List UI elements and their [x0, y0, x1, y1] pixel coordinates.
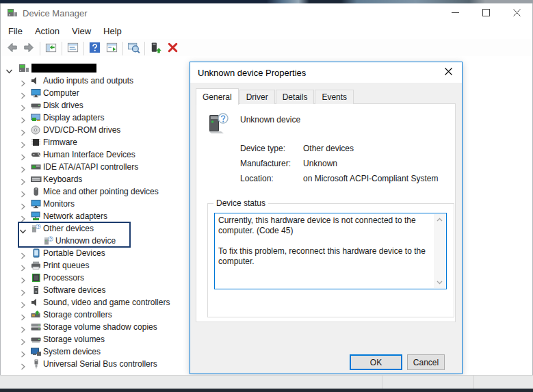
chevron-right-icon[interactable]: [20, 299, 26, 306]
tree-item-label: Sound, video and game controllers: [43, 298, 170, 307]
uninstall-device-button[interactable]: [164, 40, 181, 57]
action-pane-button[interactable]: [103, 40, 120, 57]
tree-item-label: Storage controllers: [43, 310, 112, 319]
menu-action[interactable]: Action: [29, 24, 66, 38]
tree-item-system-devices[interactable]: System devices: [1, 345, 185, 358]
tree-item-dvd-cd-rom-drives[interactable]: DVD/CD-ROM drives: [1, 124, 185, 136]
system-icon: [31, 347, 42, 356]
device-status-textbox[interactable]: Currently, this hardware device is not c…: [214, 213, 447, 289]
monitor-icon: [31, 199, 42, 209]
chevron-right-icon[interactable]: [20, 77, 26, 84]
chevron-right-icon[interactable]: [20, 127, 26, 133]
tree-item-disk-drives[interactable]: Disk drives: [1, 99, 185, 112]
field-manufacturer: Manufacturer: Unknown: [240, 159, 445, 170]
tree-item-storage-volumes[interactable]: Storage volumes: [1, 333, 185, 345]
tree-item-portable-devices[interactable]: Portable Devices: [1, 247, 185, 259]
tree-item-firmware[interactable]: Firmware: [1, 136, 185, 148]
chevron-right-icon[interactable]: [20, 176, 26, 183]
network-icon: [31, 211, 42, 221]
menu-view[interactable]: View: [66, 24, 97, 38]
chevron-right-icon[interactable]: [20, 200, 26, 207]
ide-icon: [31, 162, 42, 172]
minimize-button[interactable]: [440, 3, 471, 23]
tree-item-label: System devices: [43, 347, 101, 356]
chevron-right-icon[interactable]: [20, 324, 26, 330]
update-driver-button[interactable]: [147, 40, 164, 57]
field-value: on Microsoft ACPI-Compliant System: [303, 174, 438, 183]
tree-item-computer[interactable]: Computer: [1, 87, 185, 99]
taskbar-separator: [473, 376, 474, 389]
chevron-right-icon[interactable]: [20, 114, 26, 121]
tree-item-software-devices[interactable]: Software devices: [1, 284, 185, 296]
forward-button[interactable]: [21, 40, 38, 57]
chevron-right-icon[interactable]: [20, 250, 26, 257]
menubar: File Action View Help: [1, 23, 532, 39]
display-card-icon: [31, 113, 42, 122]
tree-item-processors[interactable]: Processors: [1, 272, 185, 284]
cancel-button[interactable]: Cancel: [407, 354, 445, 370]
tree-item-label: Mice and other pointing devices: [43, 187, 159, 196]
tree-item-print-queues[interactable]: Print queues: [1, 259, 185, 272]
chevron-right-icon[interactable]: [20, 139, 26, 146]
chevron-right-icon[interactable]: [20, 361, 26, 367]
chevron-right-icon[interactable]: [20, 348, 26, 355]
tree-item-ide-ata-atapi-controllers[interactable]: IDE ATA/ATAPI controllers: [1, 161, 185, 173]
chevron-right-icon[interactable]: [20, 102, 26, 109]
tab-general[interactable]: General: [196, 88, 239, 105]
tree-item-label: Storage volume shadow copies: [43, 322, 157, 332]
properties-button[interactable]: [64, 40, 81, 57]
chevron-right-icon[interactable]: [20, 311, 26, 318]
chevron-right-icon[interactable]: [20, 274, 26, 281]
tree-item-label: IDE ATA/ATAPI controllers: [43, 162, 138, 172]
tree-item-mice-and-other-pointing-devices[interactable]: Mice and other pointing devices: [1, 185, 185, 198]
show-console-tree-button[interactable]: [42, 40, 60, 57]
tree-item-sound-video-and-game-controllers[interactable]: Sound, video and game controllers: [1, 296, 185, 309]
tree-item-root-computer[interactable]: [1, 62, 185, 75]
tree-item-storage-controllers[interactable]: Storage controllers: [1, 309, 185, 321]
chevron-right-icon[interactable]: [20, 90, 26, 96]
tree-item-audio-inputs-and-outputs[interactable]: Audio inputs and outputs: [1, 75, 185, 87]
tab-details[interactable]: Details: [276, 90, 315, 104]
tab-events[interactable]: Events: [315, 90, 354, 104]
tree-item-label: Firmware: [43, 138, 77, 147]
tree-item-display-adapters[interactable]: Display adapters: [1, 112, 185, 124]
tree-item-human-interface-devices[interactable]: Human Interface Devices: [1, 148, 185, 161]
titlebar: Device Manager: [1, 3, 532, 23]
field-device-type: Device type: Other devices: [240, 144, 445, 155]
tree-item-keyboards[interactable]: Keyboards: [1, 173, 185, 185]
chevron-right-icon[interactable]: [20, 262, 26, 269]
speaker-icon: [31, 298, 42, 307]
tree-item-label: Keyboards: [43, 174, 82, 184]
chevron-down-icon[interactable]: [6, 65, 12, 72]
tab-driver[interactable]: Driver: [239, 90, 275, 104]
maximize-button[interactable]: [471, 3, 502, 23]
computer-icon: [18, 64, 29, 73]
help-button[interactable]: [86, 40, 103, 57]
chevron-right-icon[interactable]: [20, 336, 26, 343]
chevron-right-icon[interactable]: [20, 213, 26, 220]
close-button[interactable]: [502, 3, 532, 23]
chevron-right-icon[interactable]: [20, 164, 26, 170]
chevron-right-icon[interactable]: [20, 287, 26, 293]
chevron-right-icon[interactable]: [20, 188, 26, 195]
tree-item-network-adapters[interactable]: Network adapters: [1, 210, 185, 222]
scrollbar[interactable]: [434, 214, 445, 288]
tree-item-storage-volume-shadow-copies[interactable]: Storage volume shadow copies: [1, 321, 185, 333]
scroll-up-icon[interactable]: [434, 214, 445, 225]
screen: Device Manager File Action View Help Aud…: [0, 0, 533, 392]
device-status-text: Currently, this hardware device is not c…: [218, 215, 430, 267]
back-button[interactable]: [3, 40, 21, 57]
dialog-titlebar: Unknown device Properties: [190, 62, 462, 83]
portable-icon: [31, 248, 42, 258]
unknown-device-icon: [206, 112, 232, 135]
scroll-down-icon[interactable]: [434, 277, 445, 288]
usb-icon: [31, 359, 42, 369]
tree-item-universal-serial-bus-controllers[interactable]: Universal Serial Bus controllers: [1, 358, 185, 370]
tree-item-monitors[interactable]: Monitors: [1, 198, 185, 210]
dialog-close-button[interactable]: [434, 62, 462, 81]
menu-help[interactable]: Help: [97, 24, 128, 38]
chevron-right-icon[interactable]: [20, 151, 26, 158]
ok-button[interactable]: OK: [350, 354, 402, 370]
menu-file[interactable]: File: [2, 24, 29, 38]
scan-hardware-button[interactable]: [125, 40, 142, 57]
